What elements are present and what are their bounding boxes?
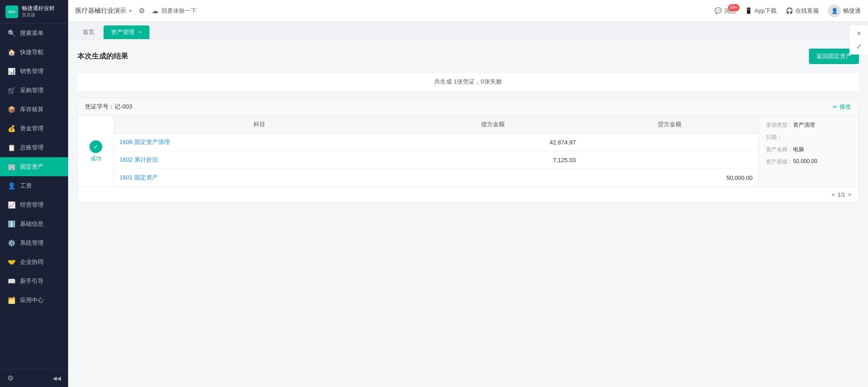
sidebar-label-search: 搜索菜单 (20, 29, 44, 37)
tab-home[interactable]: 首页 (75, 25, 102, 39)
app-version: 普及版 (22, 12, 55, 18)
voucher-table: 科目 借方金额 贷方金额 1606 固定资产清理 42,874.97 1602 … (114, 116, 759, 187)
tab-bar: 首页 资产管理 × (68, 22, 868, 40)
expand-panel-button[interactable]: ⤢ (852, 40, 866, 53)
sidebar-item-search[interactable]: 🔍搜索菜单 (0, 24, 68, 43)
settings-icon[interactable]: ⚙ (7, 374, 14, 382)
basic-info-icon: ℹ️ (7, 220, 15, 228)
customer-service-label: 在线客服 (795, 7, 819, 15)
cell-debit-1: 7,125.03 (405, 151, 581, 169)
header-right: 💬 消息 99+ 📱 App下载 🎧 在线客服 👤 畅捷通 (714, 5, 861, 17)
ledger-icon: 📋 (7, 144, 15, 152)
cell-subject-1: 1602 累计折旧 (114, 151, 405, 169)
success-indicator: ✓ 成功 (89, 140, 102, 163)
purchase-icon: 🛒 (7, 86, 15, 94)
edit-icon: ✏ (833, 104, 838, 110)
app-name: 畅捷通好业财 (22, 5, 55, 12)
sidebar-item-operations[interactable]: 📈经营管理 (0, 195, 68, 214)
sidebar: AtA 畅捷通好业财 普及版 🔍搜索菜单🏠快捷导航📊销售管理🛒采购管理📦库存核算… (0, 0, 68, 387)
fixed-assets-icon: 🏢 (7, 163, 15, 171)
summary-bar: 共生成 1张凭证，0张失败 (77, 73, 859, 90)
guide-icon: 📖 (7, 277, 15, 285)
sidebar-label-inventory: 库存核算 (20, 105, 44, 114)
next-page-button[interactable]: > (848, 192, 851, 198)
asset-name-value: 电脑 (793, 146, 804, 154)
notifications-badge: 99+ (728, 4, 739, 11)
notifications-button[interactable]: 💬 消息 99+ (714, 7, 736, 15)
collapse-icon[interactable]: ◀◀ (53, 375, 61, 382)
cell-credit-0 (581, 134, 758, 151)
customer-service-button[interactable]: 🎧 在线客服 (786, 7, 819, 15)
sidebar-item-fixed-assets[interactable]: 🏢固定资产 (0, 157, 68, 176)
sidebar-bottom-bar: ⚙ ◀◀ (0, 369, 68, 387)
top-header: 医疗器械行业演示 ▾ ⚙ ☁ 我要体验一下 💬 消息 99+ 📱 App下载 🎧… (68, 0, 868, 22)
sidebar-item-ledger[interactable]: 📋总账管理 (0, 138, 68, 157)
sidebar-item-sales[interactable]: 📊销售管理 (0, 62, 68, 81)
sales-icon: 📊 (7, 67, 15, 75)
app-download-button[interactable]: 📱 App下载 (745, 7, 777, 15)
edit-label: 修改 (839, 103, 851, 111)
cell-subject-2: 1601 固定资产 (114, 169, 405, 187)
sidebar-item-inventory[interactable]: 📦库存核算 (0, 100, 68, 119)
window-controls: × ⤢ (849, 25, 868, 55)
voucher-body: ✓ 成功 科目 借方金额 贷方金额 (78, 116, 858, 187)
phone-icon: 📱 (745, 7, 752, 14)
tab-asset-mgmt[interactable]: 资产管理 × (104, 25, 149, 39)
sidebar-label-basic-info: 基础信息 (20, 220, 44, 228)
user-profile[interactable]: 👤 畅捷通 (828, 5, 861, 17)
sidebar-label-system: 系统管理 (20, 239, 44, 247)
prev-page-button[interactable]: < (832, 192, 835, 198)
tab-close-icon[interactable]: × (139, 29, 142, 35)
page-title: 本次生成的结果 (77, 52, 128, 61)
sidebar-label-quick-nav: 快捷导航 (20, 48, 44, 56)
success-label: 成功 (90, 155, 101, 163)
table-row: 1601 固定资产 50,000.00 (114, 169, 758, 187)
cloud-icon: ☁ (152, 7, 159, 15)
headset-icon: 🎧 (786, 7, 793, 14)
app-logo: AtA 畅捷通好业财 普及版 (0, 0, 68, 24)
summary-text: 共生成 1张凭证，0张失败 (434, 78, 501, 85)
sidebar-label-operations: 经营管理 (20, 201, 44, 209)
operations-icon: 📈 (7, 201, 15, 209)
sidebar-item-basic-info[interactable]: ℹ️基础信息 (0, 214, 68, 233)
settings-button[interactable]: ⚙ (135, 5, 148, 17)
sidebar-label-guide: 新手引导 (20, 277, 44, 285)
sidebar-item-payroll[interactable]: 👤工资 (0, 176, 68, 195)
edit-voucher-button[interactable]: ✏ 修改 (833, 103, 851, 111)
sidebar-item-purchase[interactable]: 🛒采购管理 (0, 81, 68, 100)
sidebar-item-enterprise[interactable]: 🤝企业协同 (0, 253, 68, 272)
company-selector[interactable]: 医疗器械行业演示 ▾ (75, 7, 132, 15)
side-info-change-type: 变动类型： 资产清理 (766, 121, 851, 129)
sidebar-item-quick-nav[interactable]: 🏠快捷导航 (0, 43, 68, 62)
original-value-label: 资产原值： (766, 158, 793, 166)
app-download-label: App下载 (754, 7, 777, 15)
sidebar-label-ledger: 总账管理 (20, 144, 44, 152)
experience-button[interactable]: ☁ 我要体验一下 (152, 7, 197, 15)
sidebar-item-guide[interactable]: 📖新手引导 (0, 272, 68, 291)
header-left: 医疗器械行业演示 ▾ ⚙ ☁ 我要体验一下 (75, 5, 197, 17)
content-area: 本次生成的结果 返回固定资产 共生成 1张凭证，0张失败 凭证字号：记-003 … (68, 40, 868, 387)
col-header-debit: 借方金额 (405, 116, 581, 134)
sidebar-label-fixed-assets: 固定资产 (20, 163, 44, 171)
date-label: 日期： (766, 134, 793, 141)
tab-home-label: 首页 (83, 29, 94, 35)
cell-debit-0: 42,874.97 (405, 134, 581, 151)
change-type-value: 资产清理 (793, 121, 815, 129)
sidebar-item-app-center[interactable]: 🗂️应用中心 (0, 291, 68, 310)
sidebar-item-fund[interactable]: 💰资金管理 (0, 119, 68, 138)
inventory-icon: 📦 (7, 105, 15, 114)
success-status-cell: ✓ 成功 (78, 116, 114, 187)
logo-icon: AtA (5, 5, 18, 18)
avatar: 👤 (828, 5, 841, 17)
pagination: < 1/1 > (78, 187, 858, 203)
sidebar-label-fund: 资金管理 (20, 124, 44, 133)
success-circle-icon: ✓ (89, 140, 102, 153)
side-info-asset-name: 资产名称： 电脑 (766, 146, 851, 154)
search-icon: 🔍 (7, 29, 15, 37)
message-icon: 💬 (714, 7, 722, 14)
sidebar-nav: 🔍搜索菜单🏠快捷导航📊销售管理🛒采购管理📦库存核算💰资金管理📋总账管理🏢固定资产… (0, 24, 68, 369)
voucher-header: 凭证字号：记-003 ✏ 修改 (78, 98, 858, 116)
voucher-number: 凭证字号：记-003 (85, 103, 132, 111)
sidebar-item-system[interactable]: ⚙️系统管理 (0, 233, 68, 253)
close-panel-button[interactable]: × (852, 27, 866, 40)
